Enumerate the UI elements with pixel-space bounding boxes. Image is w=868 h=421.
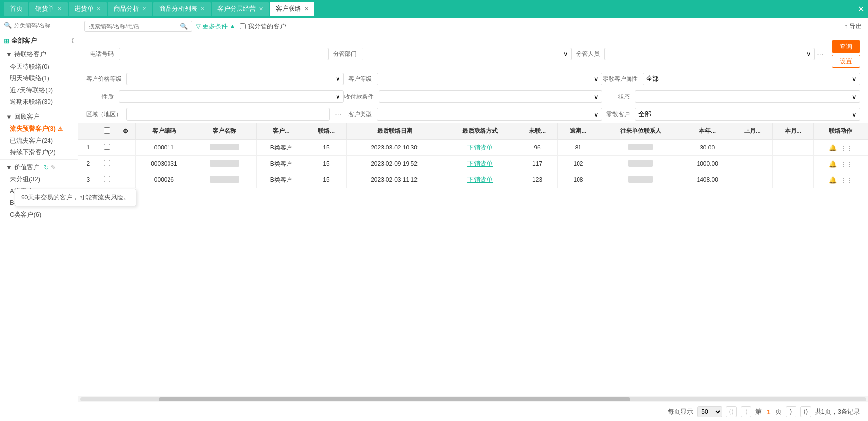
- sidebar-item-churned[interactable]: 已流失客户(24): [0, 135, 78, 147]
- per-page-select[interactable]: 50 100: [697, 406, 722, 417]
- sidebar-group-review[interactable]: ▼ 回顾客户: [0, 110, 78, 123]
- current-page-number: 1: [767, 408, 770, 416]
- tab-sales-close[interactable]: ✕: [57, 6, 62, 12]
- sidebar-item-7days[interactable]: 近7天待联络(0): [0, 84, 78, 96]
- sidebar-item-c-class[interactable]: C类客户(6): [0, 209, 78, 221]
- filter-select-payment[interactable]: ∨: [379, 90, 602, 103]
- action-icon-2[interactable]: ⋮⋮: [840, 144, 853, 151]
- filter-select-price-level[interactable]: ∨: [126, 73, 344, 85]
- refresh-icon[interactable]: ↻: [44, 164, 49, 171]
- scrollbar-thumb[interactable]: [159, 397, 630, 401]
- sidebar-item-declining[interactable]: 持续下滑客户(2): [0, 147, 78, 158]
- query-button[interactable]: 查询: [832, 40, 860, 53]
- settings-button[interactable]: 设置: [832, 55, 860, 68]
- sidebar-group-value[interactable]: ▼ 价值客户 ↻ ✎: [0, 161, 78, 173]
- tab-purchase-close[interactable]: ✕: [96, 6, 101, 12]
- row-checkbox[interactable]: [104, 144, 110, 150]
- my-customer-checkbox-wrap[interactable]: 我分管的客户: [240, 22, 286, 31]
- sidebar-item-today[interactable]: 今天待联络(0): [0, 61, 78, 73]
- filter-select-sparse[interactable]: 全部 ∨: [635, 108, 860, 121]
- filter-select-region[interactable]: [126, 108, 330, 121]
- sidebar-item-overdue[interactable]: 逾期未联络(30): [0, 96, 78, 108]
- filter-cell-price-level: 客户价格等级 ∨: [86, 73, 344, 85]
- tab-purchase-label: 进货单: [74, 4, 94, 13]
- sidebar-search-input[interactable]: [14, 22, 78, 29]
- export-button[interactable]: ↑ 导出: [845, 22, 863, 31]
- col-last-date-header: 最后联络日期: [347, 123, 443, 140]
- more-conditions-btn[interactable]: ▽ 更多条件 ▲: [196, 22, 236, 31]
- filter-more-region[interactable]: ···: [333, 109, 344, 120]
- search-wrap: 🔍: [84, 21, 192, 32]
- cell-check: [98, 172, 116, 188]
- sidebar-collapse-icon: 《: [69, 37, 74, 45]
- next-page-btn[interactable]: ⟩: [786, 406, 796, 417]
- filter-cell-person: 分管人员 ∨: [572, 48, 815, 60]
- tab-customer-contact[interactable]: 客户联络 ✕: [270, 2, 314, 16]
- col-name-header: 客户名称: [193, 123, 256, 140]
- cell-num: 1: [78, 140, 98, 156]
- last-way-link[interactable]: 下销货单: [467, 160, 493, 167]
- last-way-link[interactable]: 下销货单: [467, 176, 493, 183]
- tab-analysis-close[interactable]: ✕: [142, 6, 146, 12]
- select-all-checkbox[interactable]: [104, 127, 110, 134]
- tab-analysis-list[interactable]: 商品分析列表 ✕: [153, 2, 211, 16]
- action-icon-1[interactable]: 🔔: [829, 144, 837, 151]
- cell-this-month: [773, 156, 814, 172]
- sidebar-item-churned-label: 已流失客户(24): [10, 137, 53, 144]
- filter-select-nature[interactable]: ∨: [119, 90, 344, 103]
- filter-select-dept[interactable]: ∨: [362, 48, 572, 60]
- prev-page-btn[interactable]: ⟨: [741, 406, 751, 417]
- filter-input-phone[interactable]: [119, 48, 329, 60]
- my-customer-checkbox[interactable]: [240, 23, 246, 29]
- last-way-link[interactable]: 下销货单: [467, 144, 493, 151]
- filter-cell-phone: 电话号码: [86, 48, 329, 60]
- filter-cell-dept: 分管部门 ∨: [329, 48, 572, 60]
- sidebar-group-waiting[interactable]: ▼ 待联络客户: [0, 48, 78, 61]
- filter-select-status[interactable]: ∨: [635, 90, 860, 103]
- filter-select-customer-level[interactable]: ∨: [377, 73, 602, 85]
- tab-customer-contact-close[interactable]: ✕: [304, 6, 309, 12]
- tab-customer-tier[interactable]: 客户分层经营 ✕: [212, 2, 269, 16]
- page-suffix-label: 页: [775, 407, 782, 416]
- cell-this-month: [773, 172, 814, 188]
- sidebar-root[interactable]: ⊞ 全部客户 《: [0, 33, 78, 48]
- sidebar-item-churn-warning[interactable]: 流失预警客户(3) ⚠: [0, 123, 78, 135]
- cell-level: B类客户: [256, 172, 306, 188]
- sidebar-item-overdue-label: 逾期未联络(30): [10, 98, 53, 105]
- filter-select-person[interactable]: ∨: [604, 48, 815, 60]
- cell-action: 🔔 ⋮⋮: [814, 156, 868, 172]
- customer-table: ⚙ 客户编码 客户名称 客户... 联络... 最后联络日期 最后联络方式 未联…: [78, 123, 868, 188]
- sidebar-item-tomorrow[interactable]: 明天待联络(1): [0, 73, 78, 84]
- horizontal-scrollbar[interactable]: [78, 396, 868, 402]
- tab-analysis-label: 商品分析: [114, 4, 139, 13]
- sidebar-item-ungrouped[interactable]: 未分组(32): [0, 173, 78, 185]
- tab-home[interactable]: 首页: [4, 2, 28, 16]
- window-close-button[interactable]: ✕: [858, 4, 864, 14]
- filter-select-sparse-attr[interactable]: 全部 ∨: [643, 73, 860, 85]
- tab-purchase[interactable]: 进货单 ✕: [69, 2, 107, 16]
- tab-analysis-list-close[interactable]: ✕: [200, 6, 205, 12]
- action-icon-1[interactable]: 🔔: [829, 176, 837, 184]
- filter-cell-region: 区域（地区） ···: [86, 108, 344, 121]
- edit-icon[interactable]: ✎: [51, 164, 56, 171]
- action-icon-2[interactable]: ⋮⋮: [840, 160, 853, 168]
- sidebar-item-ungrouped-label: 未分组(32): [10, 175, 40, 183]
- filter-select-customer-type[interactable]: ∨: [377, 108, 602, 121]
- cell-gear: [116, 172, 135, 188]
- filter-more-1[interactable]: ···: [815, 49, 826, 59]
- first-page-btn[interactable]: ⟨⟨: [726, 406, 737, 417]
- cell-last-way[interactable]: 下销货单: [443, 156, 517, 172]
- cell-last-month: [732, 156, 772, 172]
- row-checkbox[interactable]: [104, 160, 110, 166]
- row-checkbox[interactable]: [104, 176, 110, 182]
- tab-customer-tier-close[interactable]: ✕: [259, 6, 263, 12]
- action-icon-1[interactable]: 🔔: [829, 160, 837, 168]
- tab-sales[interactable]: 销货单 ✕: [29, 2, 68, 16]
- cell-last-way[interactable]: 下销货单: [443, 140, 517, 156]
- action-icon-2[interactable]: ⋮⋮: [840, 176, 853, 184]
- col-gear-header[interactable]: ⚙: [116, 123, 135, 140]
- last-page-btn[interactable]: ⟩⟩: [800, 406, 811, 417]
- search-input[interactable]: [89, 23, 178, 30]
- tab-analysis[interactable]: 商品分析 ✕: [108, 2, 152, 16]
- cell-last-way[interactable]: 下销货单: [443, 172, 517, 188]
